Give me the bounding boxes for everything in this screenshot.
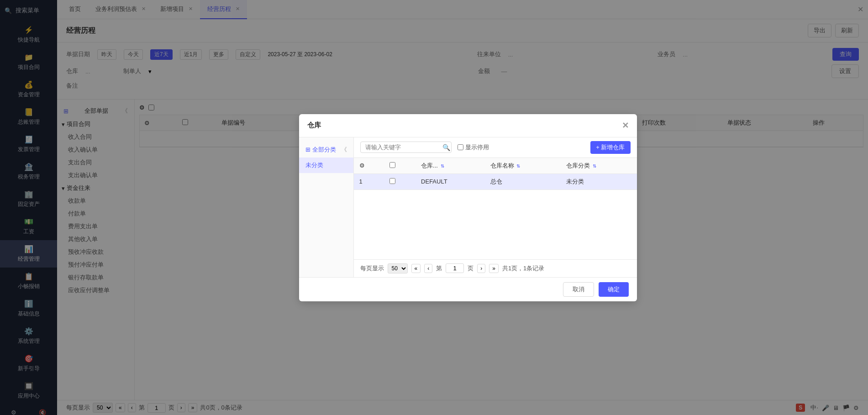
modal-col-checkbox <box>384 158 416 174</box>
modal-category-unclassified[interactable]: 未分类 <box>299 158 353 173</box>
row-check[interactable] <box>389 178 395 184</box>
modal-title: 仓库 <box>307 121 321 130</box>
modal-per-page-select[interactable]: 50 <box>388 263 408 273</box>
modal-footer: 取消 确定 <box>299 277 637 301</box>
modal-table: ⚙ 仓库... ⇅ 仓库名称 ⇅ 仓库分类 ⇅ 1 DEFAULT 总仓 <box>354 158 637 259</box>
show-disabled-label: 显示停用 <box>458 143 489 152</box>
row-index: 1 <box>354 173 384 189</box>
row-name: 总仓 <box>485 173 561 189</box>
modal-all-category: 全部分类 <box>312 146 336 154</box>
modal-body: ⊞ 全部分类 《 未分类 🔍 显示停用 + 新增仓库 <box>299 137 637 277</box>
modal-col-name: 仓库名称 ⇅ <box>485 158 561 174</box>
modal-last-page[interactable]: » <box>489 264 499 273</box>
modal-pagination: 每页显示 50 « ‹ 第 页 › » 共1页，1条记录 <box>354 259 637 277</box>
modal-toolbar: 🔍 显示停用 + 新增仓库 <box>354 137 637 158</box>
modal-page-input[interactable] <box>446 263 464 273</box>
modal-col-settings[interactable]: ⚙ <box>354 158 384 174</box>
modal-col-category: 仓库分类 ⇅ <box>561 158 637 174</box>
table-row[interactable]: 1 DEFAULT 总仓 未分类 <box>354 173 637 189</box>
modal-right-panel: 🔍 显示停用 + 新增仓库 ⚙ 仓库... ⇅ 仓库名称 ⇅ <box>354 137 637 277</box>
grid-icon2: ⊞ <box>305 146 310 153</box>
modal-left-collapse-btn[interactable]: 《 <box>341 146 347 154</box>
modal-next-page[interactable]: › <box>477 264 485 273</box>
warehouse-modal: 仓库 ✕ ⊞ 全部分类 《 未分类 🔍 显示停用 + 新增仓库 <box>299 114 637 301</box>
modal-search-input[interactable] <box>360 142 452 153</box>
row-code: DEFAULT <box>416 173 484 189</box>
modal-left-panel: ⊞ 全部分类 《 未分类 <box>299 137 354 277</box>
modal-page-suffix: 页 <box>468 264 473 273</box>
modal-cancel-btn[interactable]: 取消 <box>563 282 594 297</box>
modal-confirm-btn[interactable]: 确定 <box>599 282 629 297</box>
modal-per-page-label: 每页显示 <box>360 264 384 273</box>
modal-header-checkbox[interactable] <box>389 162 395 168</box>
modal-search-btn[interactable]: 🔍 <box>442 144 450 151</box>
show-disabled-checkbox[interactable] <box>458 144 463 150</box>
modal-header: 仓库 ✕ <box>299 114 637 137</box>
row-category: 未分类 <box>561 173 637 189</box>
modal-left-header[interactable]: ⊞ 全部分类 《 <box>299 142 353 158</box>
modal-page-label: 第 <box>436 264 442 273</box>
modal-close-btn[interactable]: ✕ <box>622 121 629 131</box>
add-warehouse-btn[interactable]: + 新增仓库 <box>590 141 630 154</box>
modal-col-code: 仓库... ⇅ <box>416 158 484 174</box>
modal-first-page[interactable]: « <box>411 264 421 273</box>
modal-total-info: 共1页，1条记录 <box>502 264 544 273</box>
modal-prev-page[interactable]: ‹ <box>424 264 432 273</box>
row-checkbox[interactable] <box>384 173 416 189</box>
